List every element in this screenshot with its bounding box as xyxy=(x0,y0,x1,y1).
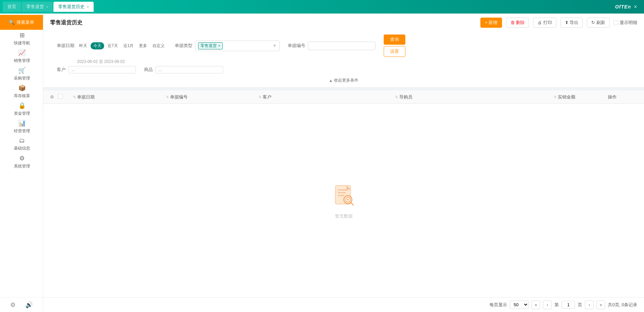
collapse-row[interactable]: ▲ 收起更多条件 xyxy=(50,76,637,86)
date-btn-yesterday[interactable]: 昨天 xyxy=(77,42,89,49)
customer-input[interactable]: ... xyxy=(68,66,136,73)
filter-goods: 商品 ... xyxy=(144,66,223,73)
show-detail-checkbox[interactable] xyxy=(614,20,618,25)
sidebar-item-label-finance: 资金管理 xyxy=(14,111,30,116)
top-bar-right: OfTEn × xyxy=(615,3,641,10)
operations-icon: 📊 xyxy=(18,119,26,127)
top-bar: + 新增 首页 零售退货 × 零售退货历史 × OfTEn × xyxy=(0,0,644,14)
sidebar-item-finance[interactable]: 🔒 资金管理 xyxy=(0,100,43,118)
table-header: ⚙ ⇅ 单据日期 ⇅ 单据编号 ⇅ 客户 ⇅ 导购员 xyxy=(43,90,644,104)
print-button[interactable]: 🖨 打印 xyxy=(533,18,556,28)
date-range-text: 2023-06-02 至 2023-06-02 xyxy=(77,59,125,65)
sidebar-item-label-purchase: 采购管理 xyxy=(14,75,30,81)
window-close-btn[interactable]: × xyxy=(634,3,637,10)
delete-button[interactable]: 🗑 删除 xyxy=(506,18,529,28)
last-page-btn[interactable]: » xyxy=(596,300,605,309)
th-setting[interactable]: ⚙ xyxy=(46,94,58,99)
voucher-type-tag-close[interactable]: × xyxy=(218,44,220,48)
pagination-bar: 每页显示 50 10 20 100 « ‹ 第 页 › xyxy=(43,297,644,312)
voucher-type-label: 单据类型 xyxy=(175,43,192,49)
goods-input[interactable]: ... xyxy=(156,66,223,73)
system-icon: ⚙ xyxy=(19,155,25,162)
per-page-select[interactable]: 50 10 20 100 xyxy=(510,300,529,309)
svg-rect-1 xyxy=(338,190,348,191)
set-button[interactable]: 设置 xyxy=(384,46,405,57)
export-button[interactable]: ⬆ 导出 xyxy=(560,18,583,28)
main-layout: 🔍 搜索菜单 ⊞ 快捷导航 📈 销售管理 🛒 采购管理 📦 库存核算 🔒 资金管… xyxy=(0,14,644,312)
date-btn-more[interactable]: 更多 xyxy=(137,42,149,49)
svg-rect-3 xyxy=(338,195,344,196)
voucher-type-tag: 零售退货 × xyxy=(198,42,222,49)
query-button[interactable]: 查询 xyxy=(384,35,405,45)
main-content: 零售退货历史 + 新增 🗑 删除 🖨 打印 ⬆ 导出 ↻ 刷新 显示明细 xyxy=(43,14,644,312)
table-body: 暂无数据 xyxy=(43,104,644,297)
tab-retail-return[interactable]: 零售退货 × xyxy=(22,2,53,12)
filter-date-range-item: 2023-06-02 至 2023-06-02 xyxy=(77,58,125,65)
sidebar-bottom: ⚙ 🔊 xyxy=(0,297,43,312)
th-guide-sorticon: ⇅ xyxy=(395,95,398,99)
sidebar-item-label-basic-info: 基础信息 xyxy=(14,146,30,151)
sidebar-item-label-system: 系统管理 xyxy=(14,163,30,169)
tab-home[interactable]: + 新增 首页 xyxy=(3,2,21,12)
tab-retail-return-history-close[interactable]: × xyxy=(87,5,89,9)
voucher-no-input[interactable] xyxy=(308,42,376,50)
sidebar-item-system[interactable]: ⚙ 系统管理 xyxy=(0,153,43,171)
voucher-type-arrow: ▼ xyxy=(272,43,277,48)
svg-rect-2 xyxy=(338,192,346,193)
voucher-type-value: 零售退货 × xyxy=(198,42,271,49)
search-icon: 🔍 xyxy=(9,20,15,25)
brand-label: OfTEn xyxy=(615,4,631,9)
audio-btn[interactable]: 🔊 xyxy=(25,301,33,309)
tab-retail-return-close[interactable]: × xyxy=(46,5,48,9)
th-voucher-date-sorticon: ⇅ xyxy=(73,95,76,99)
date-filter-btns: 昨天 今天 近7天 近1月 更多 自定义 xyxy=(77,42,167,49)
date-btn-custom[interactable]: 自定义 xyxy=(150,42,167,49)
page-number-input[interactable] xyxy=(562,301,575,309)
date-btn-last7[interactable]: 近7天 xyxy=(105,42,120,49)
sidebar-item-quick-nav[interactable]: ⊞ 快捷导航 xyxy=(0,30,43,47)
th-guide: ⇅ 导购员 xyxy=(392,94,485,100)
th-actual-amount-sorticon: ⇅ xyxy=(554,95,556,99)
show-detail-wrap: 显示明细 xyxy=(614,20,637,26)
next-page-btn[interactable]: › xyxy=(585,300,594,309)
add-button[interactable]: + 新增 xyxy=(480,18,502,28)
show-detail-label: 显示明细 xyxy=(620,20,637,26)
voucher-type-select[interactable]: 零售退货 × ▼ xyxy=(195,41,280,51)
svg-line-6 xyxy=(351,203,353,205)
th-voucher-no: ⇅ 单据编号 xyxy=(163,94,256,100)
sidebar: 🔍 搜索菜单 ⊞ 快捷导航 📈 销售管理 🛒 采购管理 📦 库存核算 🔒 资金管… xyxy=(0,14,43,312)
inventory-icon: 📦 xyxy=(18,84,26,92)
per-page-label: 每页显示 xyxy=(490,302,507,308)
sidebar-item-sales[interactable]: 📈 销售管理 xyxy=(0,47,43,65)
first-page-btn[interactable]: « xyxy=(531,300,540,309)
empty-illustration xyxy=(327,182,361,209)
th-checkbox[interactable] xyxy=(58,94,70,100)
prev-page-btn[interactable]: ‹ xyxy=(543,300,552,309)
date-btn-today[interactable]: 今天 xyxy=(91,42,104,49)
tab-retail-return-history-label: 零售退货历史 xyxy=(58,4,85,10)
sidebar-search[interactable]: 🔍 搜索菜单 xyxy=(0,15,43,30)
finance-icon: 🔒 xyxy=(18,102,26,109)
refresh-button[interactable]: ↻ 刷新 xyxy=(587,18,610,28)
sidebar-item-operations[interactable]: 📊 经营管理 xyxy=(0,118,43,135)
sidebar-item-label-sales: 销售管理 xyxy=(14,58,30,64)
table-wrap: ⚙ ⇅ 单据日期 ⇅ 单据编号 ⇅ 客户 ⇅ 导购员 xyxy=(43,90,644,312)
tab-retail-return-history[interactable]: 零售退货历史 × xyxy=(53,2,93,12)
customer-label: 客户 xyxy=(57,67,66,73)
voucher-no-label: 单据编号 xyxy=(288,43,305,49)
date-btn-last1m[interactable]: 近1月 xyxy=(121,42,136,49)
th-voucher-no-sorticon: ⇅ xyxy=(166,95,169,99)
purchase-icon: 🛒 xyxy=(18,67,26,74)
collapse-label: 收起更多条件 xyxy=(334,77,358,83)
settings-btn[interactable]: ⚙ xyxy=(10,301,16,309)
filter-customer: 客户 ... xyxy=(57,66,136,73)
th-actions: 操作 xyxy=(583,94,641,100)
first-page-icon: « xyxy=(535,303,537,307)
basic-info-icon: 🗂 xyxy=(19,137,25,144)
pagination-summary: 共0页, 0条记录 xyxy=(608,302,637,308)
sidebar-item-purchase[interactable]: 🛒 采购管理 xyxy=(0,65,43,83)
tab-home-label: 首页 xyxy=(7,4,16,10)
sidebar-item-inventory[interactable]: 📦 库存核算 xyxy=(0,83,43,100)
sidebar-item-label-quick-nav: 快捷导航 xyxy=(14,40,30,46)
sidebar-item-basic-info[interactable]: 🗂 基础信息 xyxy=(0,135,43,153)
